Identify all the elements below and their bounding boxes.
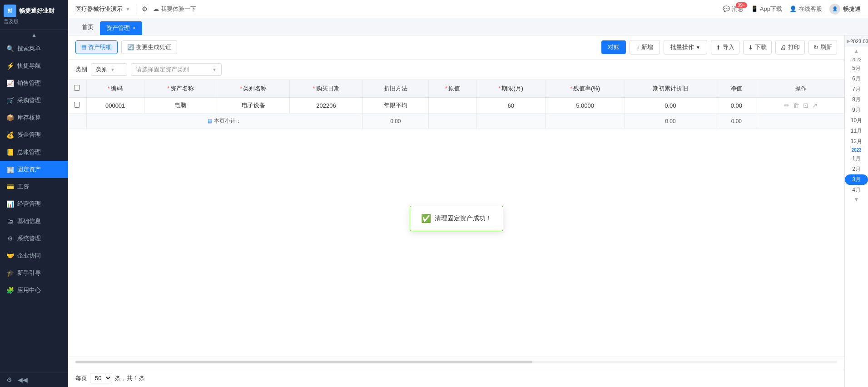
sidebar-item-purchase[interactable]: 🛒 采购管理 (0, 92, 68, 109)
sidebar-item-search[interactable]: 🔍 搜索菜单 (0, 40, 68, 57)
sidebar-item-app-center-label: 应用中心 (17, 286, 41, 294)
sidebar-item-app-center[interactable]: 🧩 应用中心 (0, 282, 68, 299)
edit-icon[interactable]: ✏ (784, 102, 789, 109)
daoru-button[interactable]: ⬆ 导入 (711, 40, 739, 55)
message-button[interactable]: 💬 消息 99+ (723, 5, 744, 13)
month-2022-5[interactable]: 5月 (845, 63, 868, 74)
month-2023-2[interactable]: 2月 (845, 164, 868, 174)
month-2022-9[interactable]: 9月 (845, 105, 868, 115)
enterprise-icon: 🤝 (6, 252, 14, 259)
payroll-icon: 💳 (6, 183, 14, 190)
calendar-header-date: 2023.03 (850, 39, 868, 44)
category-type-select[interactable]: 类别 ▼ (91, 63, 127, 76)
xiazai-icon: ⬇ (748, 44, 753, 51)
tab-change-voucher[interactable]: 🔄 变更生成凭证 (121, 40, 177, 54)
topbar-gear-button[interactable]: ⚙ (142, 5, 148, 13)
category-dropdown-icon: ▼ (212, 67, 217, 72)
sidebar-item-payroll[interactable]: 💳 工资 (0, 178, 68, 195)
shuaxin-button[interactable]: ↻ 刷新 (808, 40, 837, 55)
sidebar-item-capital-label: 资金管理 (17, 131, 41, 139)
dayin-button[interactable]: 🖨 打印 (775, 40, 805, 55)
row-net-value: 0.00 (716, 98, 757, 114)
row-period: 60 (476, 98, 545, 114)
month-2023-4[interactable]: 4月 (845, 185, 868, 195)
month-2022-11[interactable]: 11月 (845, 126, 868, 136)
category-select[interactable]: 请选择固定资产类别 ▼ (131, 63, 222, 76)
row-checkbox[interactable] (74, 102, 80, 108)
copy-icon[interactable]: ⊡ (803, 102, 808, 109)
calendar-scroll-down[interactable]: ▼ (854, 195, 859, 203)
col-period: *期限(月) (476, 80, 545, 98)
experience-label: 我要体验一下 (161, 5, 196, 13)
sidebar-item-basic-info-label: 基础信息 (17, 217, 41, 225)
month-2023-3[interactable]: 3月 (845, 174, 868, 185)
sidebar-item-guide-label: 新手引导 (17, 269, 41, 277)
tab-close-button[interactable]: × (133, 25, 136, 31)
delete-icon[interactable]: 🗑 (793, 102, 799, 109)
tab-home[interactable]: 首页 (75, 20, 100, 35)
panel-toggle-left[interactable]: ▶ (847, 38, 850, 44)
sidebar-item-capital[interactable]: 💰 资金管理 (0, 126, 68, 144)
sidebar-scroll-up[interactable]: ▲ (0, 30, 68, 40)
sidebar-item-basic-info[interactable]: 🗂 基础信息 (0, 213, 68, 230)
subtotal-label: 本页小计： (214, 118, 241, 124)
sidebar-item-sys-mgmt-label: 系统管理 (17, 234, 41, 243)
settings-icon[interactable]: ⚙ (6, 376, 12, 383)
message-badge: 99+ (736, 2, 747, 8)
online-service-button[interactable]: 👤 在线客服 (789, 5, 822, 13)
daoru-label: 导入 (723, 43, 734, 51)
message-icon: 💬 (723, 5, 730, 12)
select-all-checkbox-header[interactable] (68, 80, 86, 98)
month-2022-12[interactable]: 12月 (845, 136, 868, 147)
sidebar-item-sales[interactable]: 📈 销售管理 (0, 74, 68, 92)
month-2022-6[interactable]: 6月 (845, 74, 868, 84)
app-download-button[interactable]: 📱 App下载 (751, 5, 782, 13)
subtotal-empty-1 (68, 114, 86, 129)
sidebar-item-ledger[interactable]: 📒 总账管理 (0, 144, 68, 161)
tab-asset-detail[interactable]: ▤ 资产明细 (75, 40, 118, 54)
pagination-bar: 每页 50 条，共 1 条 (68, 369, 844, 387)
per-page-select[interactable]: 50 (90, 373, 112, 383)
sidebar-item-inventory-label: 库存核算 (17, 114, 41, 122)
tab-asset-management[interactable]: 资产管理 × (100, 21, 142, 35)
collapse-icon[interactable]: ◀◀ (18, 376, 28, 383)
col-purchase-date: *购买日期 (290, 80, 362, 98)
select-all-checkbox[interactable] (74, 85, 80, 91)
col-original-value: *原值 (429, 80, 477, 98)
scrollbar-thumb[interactable] (75, 361, 532, 363)
asset-table: *编码 *资产名称 *类别名称 *购买日期 折旧方法 *原值 *期限(月) *残… (68, 80, 844, 129)
xinjian-button[interactable]: + 新增 (630, 40, 660, 55)
service-label: 在线客服 (799, 5, 822, 13)
month-2022-8[interactable]: 8月 (845, 94, 868, 105)
topbar-divider (136, 5, 136, 14)
calendar-scroll-up[interactable]: ▲ (854, 47, 859, 55)
app-icon: 📱 (751, 5, 758, 12)
sidebar-item-fixed-assets[interactable]: 🏢 固定资产 (0, 161, 68, 178)
sidebar-item-sys-mgmt[interactable]: ⚙ 系统管理 (0, 230, 68, 247)
duizhang-button[interactable]: 对账 (601, 40, 626, 54)
month-2023-1[interactable]: 1月 (845, 154, 868, 164)
sidebar-item-enterprise[interactable]: 🤝 企业协同 (0, 247, 68, 264)
daoru-icon: ⬆ (716, 44, 721, 51)
dayin-label: 打印 (788, 43, 800, 51)
sidebar-item-ops-mgmt[interactable]: 📊 经营管理 (0, 195, 68, 213)
category-type-dropdown-icon: ▼ (110, 67, 115, 72)
more-icon[interactable]: ↗ (812, 102, 818, 109)
company-selector[interactable]: 医疗器械行业演示 ▼ (75, 5, 130, 13)
sidebar-item-guide[interactable]: 🎓 新手引导 (0, 264, 68, 282)
sidebar-item-inventory[interactable]: 📦 库存核算 (0, 109, 68, 126)
month-2022-7[interactable]: 7月 (845, 84, 868, 94)
col-initial-accumulated: 期初累计折旧 (625, 80, 716, 98)
horizontal-scrollbar[interactable] (75, 361, 837, 363)
row-checkbox-cell[interactable] (68, 98, 86, 114)
piliang-button[interactable]: 批量操作 ▼ (664, 40, 707, 55)
calendar-header: ▶ 2023.03 ✕ (845, 35, 868, 47)
subtotal-label-cell: ▤ 本页小计： (86, 114, 362, 129)
experience-button[interactable]: ☁ 我要体验一下 (153, 5, 196, 13)
sub-toolbar: ▤ 资产明细 🔄 变更生成凭证 对账 + 新增 批量操作 ▼ (68, 35, 844, 60)
xiazai-button[interactable]: ⬇ 下载 (743, 40, 772, 55)
user-profile-button[interactable]: 👤 畅捷通 (829, 4, 861, 15)
sidebar-item-quick-nav[interactable]: ⚡ 快捷导航 (0, 57, 68, 74)
total-info: 条，共 1 条 (115, 374, 145, 382)
month-2022-10[interactable]: 10月 (845, 115, 868, 126)
